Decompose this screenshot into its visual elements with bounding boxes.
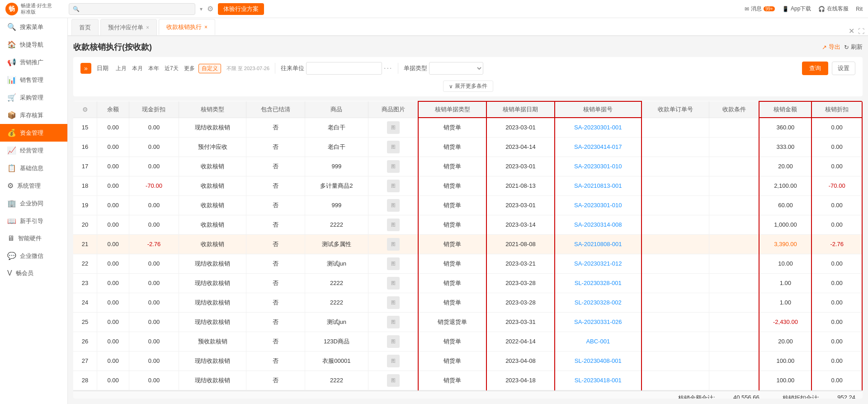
tab-home[interactable]: 首页 [71, 19, 99, 35]
table-cell-cancel-bill-no[interactable]: SA-20230321-012 [555, 254, 642, 273]
col-settings-icon[interactable]: ⚙ [82, 106, 88, 113]
table-row: 260.000.00预收款核销否123D商品图销货单2022-04-14ABC-… [73, 332, 862, 351]
tab-expand-icon[interactable]: ⛶ [858, 28, 864, 35]
table-cell-balance: 0.00 [97, 234, 129, 254]
table-cell-product: 2222 [305, 293, 368, 312]
tab-collection-close[interactable]: × [204, 24, 208, 30]
filter-expand-button[interactable]: » [80, 63, 91, 74]
sidebar-item-purchase[interactable]: 🛒 采购管理 [0, 89, 67, 106]
sidebar-item-quicknav[interactable]: 🏠 快捷导航 [0, 36, 67, 53]
sidebar-item-sales[interactable]: 📊 销售管理 [0, 71, 67, 89]
refresh-button[interactable]: ↻ 刷新 [844, 43, 863, 51]
sidebar-item-operations[interactable]: 📈 经营管理 [0, 142, 67, 159]
footer-cancel-discount-label: 核销折扣合计: [783, 394, 820, 399]
filter-date-7days[interactable]: 近7天 [163, 64, 180, 73]
tab-prepay[interactable]: 预付冲应付单 × [100, 19, 157, 35]
sidebar-item-wechat[interactable]: 💬 企业微信 [0, 247, 67, 265]
app-download-button[interactable]: 📱 App下载 [782, 5, 811, 13]
sidebar-item-enterprise[interactable]: 🏢 企业协同 [0, 195, 67, 212]
data-table-container: ⚙ 余额 现金折扣 核销类型 包含已结清 商品 商品图片 核销单据类型 核销单据… [73, 101, 863, 399]
search-box[interactable]: 🔍 [69, 3, 195, 15]
settings-button[interactable]: 设置 [832, 62, 855, 75]
filter-date-label: 日期 [97, 64, 108, 72]
col-receipt-condition: 收款条件 [709, 101, 760, 118]
table-cell-balance: 0.00 [97, 312, 129, 332]
export-button[interactable]: ↗ 导出 [822, 43, 840, 51]
tab-collection[interactable]: 收款核销执行 × [159, 19, 215, 35]
user-info[interactable]: Rit [856, 6, 863, 12]
table-cell-cancel-discount: 0.00 [811, 254, 862, 273]
table-cell-cancel-bill-no[interactable]: SL-20230418-001 [555, 371, 642, 390]
online-service-button[interactable]: 🎧 在线客服 [818, 5, 849, 13]
filter-date-this-year[interactable]: 本年 [146, 64, 161, 73]
expand-more-button[interactable]: ∨ 展开更多条件 [443, 81, 493, 92]
table-cell-cancel-bill-no[interactable]: SL-20230328-001 [555, 273, 642, 293]
filter-date-more[interactable]: 更多 [182, 64, 197, 73]
table-cell-cancel-bill-no[interactable]: SL-20230328-002 [555, 293, 642, 312]
search-menu-icon: 🔍 [7, 23, 16, 31]
col-gear[interactable]: ⚙ [73, 101, 97, 118]
filter-date-this-month[interactable]: 本月 [130, 64, 145, 73]
table-cell-cancel-amount: 1.00 [759, 293, 811, 312]
sidebar-item-system[interactable]: ⚙ 系统管理 [0, 177, 67, 195]
sidebar-item-finance[interactable]: 💰 资金管理 [0, 124, 67, 142]
query-button[interactable]: 查询 [802, 62, 828, 75]
filter-date-last-month[interactable]: 上月 [114, 64, 128, 73]
table-cell-cancel-bill-no[interactable]: SA-20230301-010 [555, 195, 642, 215]
table-cell-cancel-type: 现结收款核销 [179, 312, 246, 332]
table-cell-cancel-amount: 360.00 [759, 118, 811, 137]
table-cell-cancel-bill-type: 销货单 [418, 137, 486, 157]
sidebar-item-guide[interactable]: 📖 新手引导 [0, 212, 67, 230]
tab-prepay-close[interactable]: × [146, 24, 149, 31]
table-cell-receipt-order-no [642, 312, 709, 332]
tab-bar: 首页 预付冲应付单 × 收款核销执行 × ✕ ⛶ [68, 18, 868, 36]
table-cell-cancel-bill-no[interactable]: SA-20230314-008 [555, 215, 642, 234]
tab-close-all-icon[interactable]: ✕ [849, 27, 854, 35]
filter-from-unit-input[interactable] [306, 62, 382, 75]
member-icon: V [7, 269, 12, 277]
table-cell-cash-discount: 0.00 [129, 137, 179, 157]
sidebar-item-inventory[interactable]: 📦 库存核算 [0, 106, 67, 124]
table-cell-balance: 0.00 [97, 157, 129, 176]
table-cell-receipt-order-no [642, 273, 709, 293]
sidebar-item-basic[interactable]: 📋 基础信息 [0, 159, 67, 177]
table-cell-receipt-condition [709, 273, 760, 293]
message-button[interactable]: ✉ 消息 99+ [745, 5, 775, 13]
table-cell-include-settled: 否 [246, 371, 305, 390]
gear-icon[interactable]: ⚙ [207, 5, 213, 13]
table-cell-cancel-bill-no[interactable]: SA-20210808-001 [555, 234, 642, 254]
table-cell-cancel-bill-no[interactable]: SA-20230301-010 [555, 157, 642, 176]
table-cell-cancel-bill-type: 销货退货单 [418, 312, 486, 332]
table-cell-product: 多计量商品2 [305, 176, 368, 195]
table-cell-include-settled: 否 [246, 293, 305, 312]
table-cell-cancel-bill-no[interactable]: SA-20230414-017 [555, 137, 642, 157]
table-cell-no: 27 [73, 351, 97, 371]
table-cell-cancel-type: 收款核销 [179, 195, 246, 215]
sidebar-item-marketing[interactable]: 📢 营销推广 [0, 53, 67, 71]
sidebar-item-search[interactable]: 🔍 搜索菜单 [0, 18, 67, 36]
guide-icon: 📖 [7, 217, 16, 225]
chevron-down-icon[interactable]: ▾ [200, 6, 203, 12]
filter-date-custom[interactable]: 自定义 [198, 64, 221, 73]
sidebar-item-member[interactable]: V 畅会员 [0, 265, 67, 282]
table-cell-cancel-bill-no[interactable]: SL-20230408-001 [555, 351, 642, 371]
table-cell-cancel-bill-no[interactable]: SA-20210813-001 [555, 176, 642, 195]
filter-single-type-select[interactable] [429, 62, 483, 75]
table-cell-receipt-order-no [642, 254, 709, 273]
table-cell-product: 测试jun [305, 254, 368, 273]
table-row: 270.000.00现结收款核销否衣服00001图销货单2023-04-08SL… [73, 351, 862, 371]
sidebar-item-hardware[interactable]: 🖥 智能硬件 [0, 230, 67, 247]
table-cell-cancel-amount: -2,430.00 [759, 312, 811, 332]
col-cash-discount: 现金折扣 [129, 101, 179, 118]
table-cell-balance: 0.00 [97, 195, 129, 215]
solution-button[interactable]: 体验行业方案 [218, 3, 264, 15]
table-cell-cancel-bill-no[interactable]: SA-20230331-026 [555, 312, 642, 332]
table-cell-cancel-amount: 60.00 [759, 195, 811, 215]
table-cell-include-settled: 否 [246, 195, 305, 215]
table-cell-no: 26 [73, 332, 97, 351]
table-cell-no: 24 [73, 293, 97, 312]
table-cell-cancel-bill-no[interactable]: SA-20230301-001 [555, 118, 642, 137]
table-cell-cancel-discount: -2.76 [811, 234, 862, 254]
table-cell-cancel-bill-no[interactable]: ABC-001 [555, 332, 642, 351]
table-body: 150.000.00现结收款核销否老白干图销货单2023-03-01SA-202… [73, 118, 862, 390]
